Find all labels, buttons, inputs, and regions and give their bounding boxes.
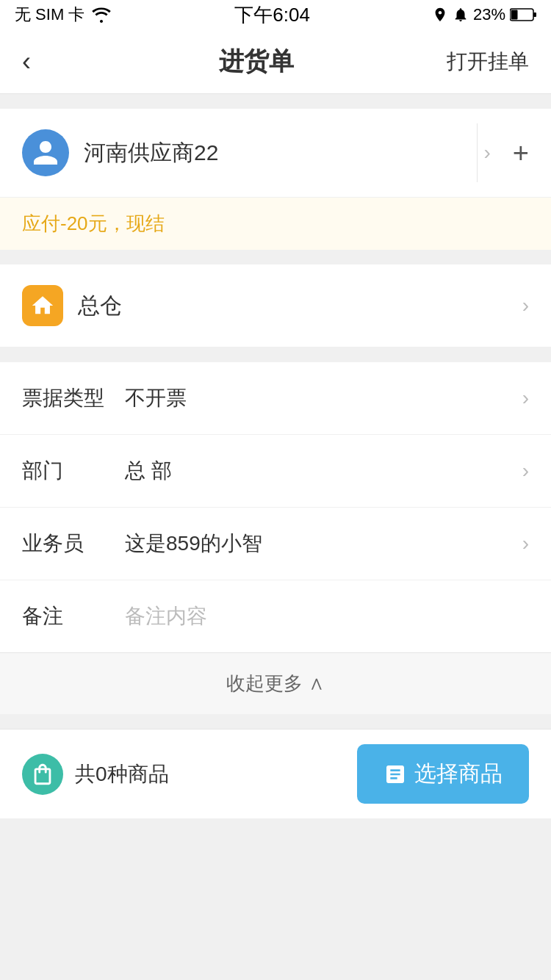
department-label: 部门: [22, 457, 125, 485]
section-gap-1: [0, 94, 551, 109]
person-icon: [31, 138, 60, 167]
warehouse-section[interactable]: 总仓 ›: [0, 264, 551, 347]
battery-text: 23%: [473, 5, 505, 24]
invoice-type-label: 票据类型: [22, 384, 125, 412]
open-pending-button[interactable]: 打开挂单: [447, 48, 529, 76]
select-product-button[interactable]: 选择商品: [357, 744, 529, 804]
supplier-name: 河南供应商22: [84, 138, 483, 168]
alarm-icon: [453, 7, 469, 23]
nav-bar: ‹ 进货单 打开挂单: [0, 29, 551, 94]
supplier-row[interactable]: 河南供应商22 › +: [0, 109, 551, 198]
svg-rect-2: [511, 10, 518, 20]
supplier-divider: [477, 123, 478, 182]
department-chevron-icon: ›: [522, 459, 529, 483]
supplier-avatar: [22, 129, 69, 176]
battery-icon: [510, 7, 536, 22]
department-value: 总 部: [125, 457, 522, 485]
warehouse-icon: [30, 293, 55, 318]
remark-placeholder[interactable]: 备注内容: [125, 602, 529, 630]
back-button[interactable]: ‹: [22, 46, 66, 77]
location-icon: [432, 7, 448, 23]
status-right: 23%: [432, 5, 536, 24]
remark-label: 备注: [22, 602, 125, 630]
invoice-type-chevron-icon: ›: [522, 386, 529, 410]
salesperson-chevron-icon: ›: [522, 532, 529, 555]
add-supplier-button[interactable]: +: [513, 137, 529, 169]
status-bar: 无 SIM 卡 下午6:04 23%: [0, 0, 551, 29]
status-left: 无 SIM 卡: [15, 4, 112, 26]
product-count: 共0种商品: [75, 760, 357, 788]
collapse-button[interactable]: 收起更多 ∧: [0, 652, 551, 714]
remark-row[interactable]: 备注 备注内容: [0, 580, 551, 652]
shopping-bag-icon: [30, 762, 55, 787]
warehouse-icon-wrap: [22, 285, 63, 326]
notice-text: 应付-20元，现结: [22, 212, 165, 234]
supplier-chevron-icon: ›: [483, 141, 490, 165]
invoice-type-row[interactable]: 票据类型 不开票 ›: [0, 361, 551, 434]
signal-text: 无 SIM 卡: [15, 4, 84, 26]
salesperson-value: 这是859的小智: [125, 530, 522, 558]
page-title: 进货单: [219, 45, 294, 79]
notice-banner: 应付-20元，现结: [0, 198, 551, 250]
status-time: 下午6:04: [234, 2, 310, 28]
salesperson-row[interactable]: 业务员 这是859的小智 ›: [0, 507, 551, 580]
wifi-icon: [90, 7, 112, 23]
invoice-type-value: 不开票: [125, 384, 522, 412]
select-product-icon: [383, 763, 407, 786]
form-section: 票据类型 不开票 › 部门 总 部 › 业务员 这是859的小智 › 备注 备注…: [0, 361, 551, 714]
select-product-label: 选择商品: [414, 759, 503, 789]
svg-rect-1: [533, 12, 536, 17]
supplier-section: 河南供应商22 › + 应付-20元，现结: [0, 109, 551, 250]
warehouse-name: 总仓: [78, 291, 522, 321]
section-gap-4: [0, 714, 551, 729]
warehouse-chevron-icon: ›: [522, 294, 529, 317]
section-gap-3: [0, 347, 551, 361]
bottom-bar: 共0种商品 选择商品: [0, 729, 551, 818]
department-row[interactable]: 部门 总 部 ›: [0, 434, 551, 507]
page-remaining: [0, 818, 551, 980]
warehouse-row[interactable]: 总仓 ›: [0, 264, 551, 347]
salesperson-label: 业务员: [22, 530, 125, 558]
section-gap-2: [0, 250, 551, 264]
product-icon-wrap: [22, 754, 63, 795]
